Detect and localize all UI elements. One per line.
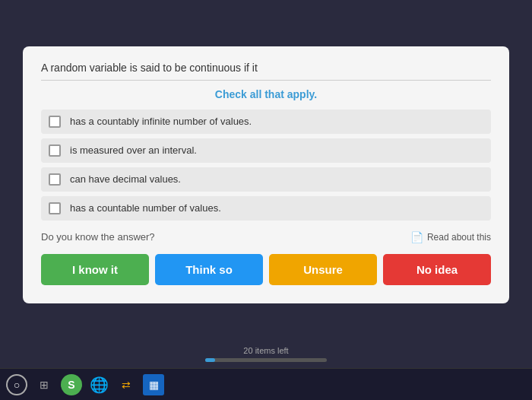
answer-buttons: I know it Think so Unsure No idea xyxy=(41,254,491,285)
taskbar: ○ ⊞ S 🌐 ⇄ ▦ xyxy=(0,368,532,400)
folder-icon[interactable]: ⇄ xyxy=(116,374,137,395)
checkbox[interactable] xyxy=(49,144,61,157)
option-text: has a countably infinite number of value… xyxy=(70,116,252,127)
main-screen: A random variable is said to be continuo… xyxy=(0,0,532,341)
s-app-icon[interactable]: S xyxy=(61,374,82,395)
check-all-suffix: that apply. xyxy=(261,88,317,100)
checkbox[interactable] xyxy=(49,173,61,186)
option-text: can have decimal values. xyxy=(70,173,181,185)
do-you-know-label: Do you know the answer? xyxy=(41,231,155,243)
question-card: A random variable is said to be continuo… xyxy=(23,46,509,303)
option-row[interactable]: has a countably infinite number of value… xyxy=(41,110,491,134)
option-text: has a countable number of values. xyxy=(70,202,221,214)
progress-bar xyxy=(205,358,327,362)
check-all-label: Check all that apply. xyxy=(41,88,491,100)
check-all-highlight: all xyxy=(250,88,262,100)
no-idea-button[interactable]: No idea xyxy=(383,254,491,285)
progress-bar-fill xyxy=(205,358,215,362)
i-know-it-button[interactable]: I know it xyxy=(41,254,149,285)
option-text: is measured over an interval. xyxy=(70,144,197,156)
read-about-label: Read about this xyxy=(427,232,491,243)
grid-icon[interactable]: ⊞ xyxy=(33,374,55,395)
bottom-bar: 20 items left xyxy=(0,341,532,368)
question-title: A random variable is said to be continuo… xyxy=(41,62,491,81)
chrome-icon[interactable]: 🌐 xyxy=(88,374,109,395)
checkbox[interactable] xyxy=(49,202,61,214)
blue-app-icon[interactable]: ▦ xyxy=(143,374,164,395)
start-button[interactable]: ○ xyxy=(6,374,27,395)
unsure-button[interactable]: Unsure xyxy=(269,254,377,285)
document-icon: 📄 xyxy=(410,231,423,243)
think-so-button[interactable]: Think so xyxy=(155,254,263,285)
option-row[interactable]: is measured over an interval. xyxy=(41,138,491,163)
option-row[interactable]: has a countable number of values. xyxy=(41,196,491,221)
read-about-button[interactable]: 📄 Read about this xyxy=(410,231,491,243)
option-row[interactable]: can have decimal values. xyxy=(41,167,491,192)
bottom-section: Do you know the answer? 📄 Read about thi… xyxy=(41,231,491,243)
checkbox[interactable] xyxy=(49,116,61,128)
check-all-text: Check xyxy=(215,88,250,100)
items-left-label: 20 items left xyxy=(243,346,288,355)
options-container: has a countably infinite number of value… xyxy=(41,110,491,221)
